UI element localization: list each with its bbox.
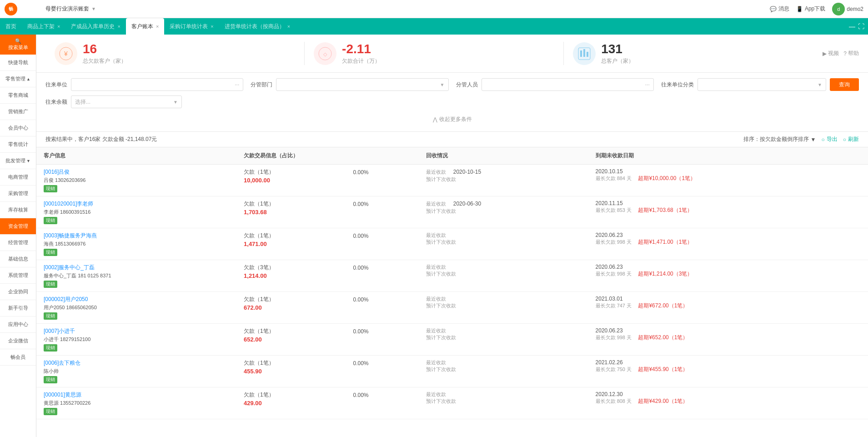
tab-incoming-stat[interactable]: 进货单统计表（按商品） × bbox=[219, 18, 296, 35]
overdue-amount[interactable]: 超期¥1,214.00（3笔） bbox=[638, 271, 692, 277]
tab-incoming-stat-close[interactable]: × bbox=[287, 24, 290, 29]
sidebar-item-purchase-mgmt[interactable]: 采购管理 bbox=[0, 186, 36, 202]
marketing-label: 营销推广 bbox=[2, 108, 34, 115]
due-date-cell: 2020.06.23 最长欠款 998 天 超期¥1,214.00（3笔） bbox=[588, 260, 868, 292]
customer-name[interactable]: [0002]服务中心_丁磊 bbox=[44, 264, 229, 271]
due-date: 2020.12.30 bbox=[596, 391, 861, 397]
tab-product-in[interactable]: 产成品入库单历史 × bbox=[65, 18, 125, 35]
table-row: [000001]黄思源 黄思源 13552700226 现销 欠款（1笔） 42… bbox=[36, 387, 868, 419]
sidebar-item-newbie[interactable]: 新手引导 bbox=[0, 300, 36, 316]
refresh-btn[interactable]: ○ 刷新 bbox=[843, 136, 859, 143]
tab-minimize-icon[interactable]: — bbox=[849, 23, 855, 30]
sidebar-item-member-center[interactable]: 会员中心 bbox=[0, 120, 36, 136]
customer-name[interactable]: [0003]畅捷服务尹海燕 bbox=[44, 232, 229, 240]
tab-product-in-close[interactable]: × bbox=[117, 24, 120, 29]
help-btn[interactable]: ? 帮助 bbox=[843, 50, 859, 57]
tab-customer-account-close[interactable]: × bbox=[156, 24, 159, 29]
overdue-amount[interactable]: 超期¥652.00（1笔） bbox=[638, 334, 688, 341]
last-payment-label: 最近收款 bbox=[426, 328, 446, 333]
overdue-amount[interactable]: 超期¥429.00（1笔） bbox=[638, 398, 688, 404]
svg-text:◇: ◇ bbox=[323, 51, 327, 57]
last-payment-label: 最近收款 bbox=[426, 264, 446, 270]
overdue-days: 最长欠款 884 天 bbox=[596, 176, 637, 181]
export-btn[interactable]: ○ 导出 bbox=[822, 136, 838, 143]
sidebar: 🔍 搜索菜单 快捷导航 零售管理 ▲ 零售商城 营销推广 会员中心 零售统计 批… bbox=[0, 35, 36, 437]
sidebar-item-retail-mall[interactable]: 零售商城 bbox=[0, 87, 36, 104]
filter-dept: 分管部门 ▼ bbox=[251, 78, 448, 91]
stat-debt-amount-icon: ◇ bbox=[314, 42, 336, 65]
customer-tag: 现销 bbox=[44, 217, 57, 224]
message-btn[interactable]: 💬 消息 bbox=[770, 5, 789, 13]
overdue-info: 最长欠款 808 天 超期¥429.00（1笔） bbox=[596, 397, 861, 405]
sidebar-item-retail-mgmt[interactable]: 零售管理 ▲ bbox=[0, 71, 36, 87]
collapse-filters-btn[interactable]: ⋀ 收起更多条件 bbox=[45, 113, 859, 126]
sidebar-item-basic-info[interactable]: 基础信息 bbox=[0, 251, 36, 267]
sidebar-item-inventory[interactable]: 库存核算 bbox=[0, 202, 36, 218]
customer-name[interactable]: [0007]小进千 bbox=[44, 327, 229, 335]
sort-selector[interactable]: 排序：按欠款金额倒序排序 ▼ bbox=[743, 136, 816, 143]
unit-category-select[interactable]: ▼ bbox=[697, 78, 826, 91]
sidebar-item-member-vip[interactable]: 畅会员 bbox=[0, 349, 36, 366]
customer-info-cell: [0007]小进千 小进千 18279152100 现销 bbox=[36, 324, 236, 356]
person-input[interactable]: ··· bbox=[482, 78, 654, 91]
sidebar-item-batch-mgmt[interactable]: 批发管理 ▼ bbox=[0, 153, 36, 169]
app-download-btn[interactable]: 📱 App下载 bbox=[796, 5, 825, 13]
tab-customer-account[interactable]: 客户账本 × bbox=[126, 18, 164, 35]
customer-name[interactable]: [000002]用户2050 bbox=[44, 296, 229, 303]
dept-select[interactable]: ▼ bbox=[276, 78, 448, 91]
overdue-days: 最长欠款 747 天 bbox=[596, 303, 637, 308]
company-selector[interactable]: 母婴行业演示账套 ▼ bbox=[45, 5, 770, 13]
overdue-days: 最长欠款 808 天 bbox=[596, 398, 637, 404]
customer-name[interactable]: [0016]吕俊 bbox=[44, 168, 229, 176]
message-icon: 💬 bbox=[770, 6, 777, 12]
sidebar-item-retail-stats[interactable]: 零售统计 bbox=[0, 136, 36, 153]
app-center-label: 应用中心 bbox=[2, 321, 34, 328]
overdue-days: 最长欠款 750 天 bbox=[596, 367, 637, 372]
debt-percent-cell: 0.00% bbox=[346, 165, 419, 196]
tab-product-off[interactable]: 商品上下架 × bbox=[22, 18, 65, 35]
export-label: 导出 bbox=[827, 136, 838, 143]
customer-name[interactable]: [0001020001]李老师 bbox=[44, 200, 229, 208]
overdue-amount[interactable]: 超期¥10,000.00（1笔） bbox=[638, 175, 696, 181]
tab-product-off-close[interactable]: × bbox=[57, 24, 60, 29]
video-btn[interactable]: ▶ 视频 bbox=[823, 50, 839, 57]
from-unit-input[interactable]: ··· bbox=[71, 78, 243, 91]
sidebar-item-finance[interactable]: 资金管理 bbox=[0, 218, 36, 235]
overdue-amount[interactable]: 超期¥455.90（1笔） bbox=[638, 366, 688, 372]
tab-purchase-order[interactable]: 采购订单统计表 × bbox=[164, 18, 219, 35]
sidebar-item-quick-nav[interactable]: 快捷导航 bbox=[0, 55, 36, 71]
person-label: 分管人员 bbox=[456, 81, 478, 89]
tab-purchase-order-close[interactable]: × bbox=[211, 24, 213, 29]
sidebar-item-marketing[interactable]: 营销推广 bbox=[0, 104, 36, 120]
sidebar-item-system-mgmt[interactable]: 系统管理 bbox=[0, 267, 36, 284]
collection-cell: 最近收款 2020-10-15 预计下次收款 bbox=[419, 165, 588, 196]
sidebar-item-enterprise-coop[interactable]: 企业协同 bbox=[0, 284, 36, 300]
last-payment-label: 最近收款 bbox=[426, 360, 446, 365]
tab-home[interactable]: 首页 bbox=[0, 18, 22, 35]
basic-info-label: 基础信息 bbox=[2, 256, 34, 262]
sidebar-item-enterprise-wechat[interactable]: 企业微信 bbox=[0, 333, 36, 349]
collection-cell: 最近收款 预计下次收款 bbox=[419, 387, 588, 419]
customer-info-cell: [0016]吕俊 吕俊 13026203696 现销 bbox=[36, 165, 236, 196]
customer-name[interactable]: [000001]黄思源 bbox=[44, 391, 229, 399]
query-button[interactable]: 查询 bbox=[830, 78, 859, 91]
sidebar-item-app-center[interactable]: 应用中心 bbox=[0, 316, 36, 333]
customer-name[interactable]: [0006]去下粮仓 bbox=[44, 359, 229, 367]
stat-debt-amount-content: -2.11 欠款合计（万） bbox=[342, 42, 380, 65]
customer-phone: 用户2050 18665062050 bbox=[44, 304, 229, 311]
user-avatar[interactable]: d demo2 bbox=[832, 3, 863, 15]
tab-maximize-icon[interactable]: ⛶ bbox=[858, 23, 864, 30]
due-date: 2020.06.23 bbox=[596, 232, 861, 238]
main-layout: 🔍 搜索菜单 快捷导航 零售管理 ▲ 零售商城 营销推广 会员中心 零售统计 批… bbox=[0, 35, 868, 437]
overdue-amount[interactable]: 超期¥1,471.00（1笔） bbox=[638, 239, 692, 245]
overdue-days: 最长欠款 853 天 bbox=[596, 207, 637, 213]
results-info: 搜索结果中，客户16家 欠款金额 -21,148.07元 bbox=[45, 136, 157, 143]
overdue-amount[interactable]: 超期¥1,703.68（1笔） bbox=[638, 207, 692, 213]
sidebar-item-business-mgmt[interactable]: 经营管理 bbox=[0, 235, 36, 251]
balance-select[interactable]: 选择... ▼ bbox=[71, 95, 182, 108]
sidebar-item-ecommerce[interactable]: 电商管理 bbox=[0, 169, 36, 186]
last-payment-date: 2020-10-15 bbox=[448, 169, 481, 175]
sidebar-search[interactable]: 🔍 搜索菜单 bbox=[0, 35, 36, 55]
customer-tag: 现销 bbox=[44, 249, 57, 256]
overdue-amount[interactable]: 超期¥672.00（1笔） bbox=[638, 302, 688, 309]
